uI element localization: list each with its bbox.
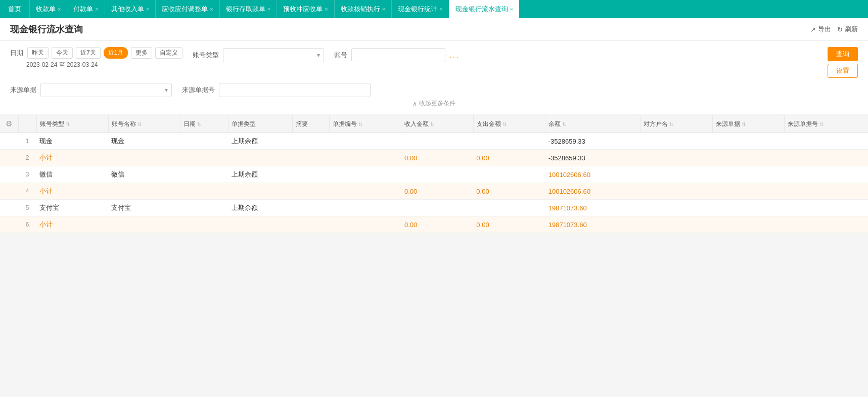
nav-home[interactable]: 首页 xyxy=(0,0,29,18)
top-nav: 首页 收款单 × 付款单 × 其他收入单 × 应收应付调整单 × 银行存取款单 … xyxy=(0,0,868,18)
table-row[interactable]: 1 现金 现金 上期余额 -3528659.33 xyxy=(0,133,868,150)
date-range: 2023-02-24 至 2023-03-24 xyxy=(26,61,98,68)
date-options: 昨天 今天 近7天 近1月 更多 自定义 xyxy=(27,47,182,59)
nav-tab-0[interactable]: 收款单 × xyxy=(29,0,67,18)
nav-tab-label-2: 其他收入单 xyxy=(111,0,144,18)
collapse-icon: ∧ xyxy=(413,100,417,107)
td-source-doc-no xyxy=(785,200,868,216)
td-account-name: 支付宝 xyxy=(108,200,180,216)
td-counterparty xyxy=(641,216,712,233)
nav-tab-2[interactable]: 其他收入单 × xyxy=(105,0,155,18)
td-balance: 100102606.60 xyxy=(545,183,641,200)
date-btn-yesterday[interactable]: 昨天 xyxy=(27,47,49,59)
td-index: 6 xyxy=(18,216,36,233)
td-source-doc-no xyxy=(785,150,868,166)
nav-tab-label-6: 收款核销执行 xyxy=(341,0,380,18)
table-row[interactable]: 6 小计 0.00 0.00 19871073.60 xyxy=(0,216,868,233)
th-doc-type: 单据类型 xyxy=(229,115,293,133)
nav-tab-4[interactable]: 银行存取款单 × xyxy=(219,0,277,18)
sort-icon-account-name: ⇅ xyxy=(138,121,142,127)
nav-tab-close-8[interactable]: × xyxy=(510,0,513,18)
th-source-doc-no[interactable]: 来源单据号 ⇅ xyxy=(785,115,868,133)
export-button[interactable]: ↗ 导出 xyxy=(810,25,831,34)
th-date-label: 日期 xyxy=(184,120,196,128)
td-balance: 100102606.60 xyxy=(545,166,641,183)
nav-tab-close-2[interactable]: × xyxy=(146,0,149,18)
nav-tab-7[interactable]: 现金银行统计 × xyxy=(391,0,448,18)
td-date xyxy=(180,200,229,216)
td-source-doc xyxy=(712,200,784,216)
account-dots-button[interactable]: ... xyxy=(449,51,459,60)
date-btn-more[interactable]: 更多 xyxy=(131,47,152,59)
th-expense[interactable]: 支出金额 ⇅ xyxy=(473,115,545,133)
source-doc-label: 来源单据 xyxy=(10,85,36,95)
td-doc-number xyxy=(330,133,401,150)
nav-tab-6[interactable]: 收款核销执行 × xyxy=(334,0,391,18)
table-row[interactable]: 5 支付宝 支付宝 上期余额 19871073.60 xyxy=(0,200,868,216)
nav-tab-close-0[interactable]: × xyxy=(58,0,61,18)
date-btn-7days[interactable]: 近7天 xyxy=(76,47,101,59)
td-gear xyxy=(0,200,18,216)
table-row[interactable]: 2 小计 0.00 0.00 -3528659.33 xyxy=(0,150,868,166)
th-source-doc-label: 来源单据 xyxy=(716,120,740,128)
table-row[interactable]: 3 微信 微信 上期余额 100102606.60 xyxy=(0,166,868,183)
sort-icon-date: ⇅ xyxy=(197,121,201,127)
td-gear xyxy=(0,216,18,233)
td-doc-type: 上期余额 xyxy=(229,200,293,216)
date-btn-custom[interactable]: 自定义 xyxy=(155,47,182,59)
td-summary xyxy=(292,133,329,150)
th-balance[interactable]: 余额 ⇅ xyxy=(545,115,641,133)
th-source-doc[interactable]: 来源单据 ⇅ xyxy=(712,115,784,133)
sort-icon-account-type: ⇅ xyxy=(66,121,70,127)
source-doc-number-label: 来源单据号 xyxy=(182,85,215,95)
header-actions: ↗ 导出 ↻ 刷新 xyxy=(810,25,858,34)
th-account-type[interactable]: 账号类型 ⇅ xyxy=(36,115,108,133)
nav-tab-close-1[interactable]: × xyxy=(95,0,98,18)
nav-tab-close-5[interactable]: × xyxy=(325,0,328,18)
date-btn-1month[interactable]: 近1月 xyxy=(104,47,128,59)
source-doc-number-input[interactable] xyxy=(219,83,371,97)
account-label: 账号 xyxy=(334,51,347,60)
td-balance: -3528659.33 xyxy=(545,150,641,166)
collapse-bar[interactable]: ∧ 收起更多条件 xyxy=(10,97,858,110)
account-type-select[interactable] xyxy=(223,48,324,62)
td-doc-type: 上期余额 xyxy=(229,166,293,183)
td-income: 0.00 xyxy=(401,216,473,233)
td-income xyxy=(401,200,473,216)
th-income[interactable]: 收入金额 ⇅ xyxy=(401,115,473,133)
refresh-label: 刷新 xyxy=(845,25,858,34)
source-doc-select[interactable] xyxy=(40,83,172,97)
td-account-type: 微信 xyxy=(36,166,108,183)
gear-icon[interactable]: ⚙ xyxy=(6,119,12,128)
th-account-type-label: 账号类型 xyxy=(40,120,64,128)
th-account-name[interactable]: 账号名称 ⇅ xyxy=(108,115,180,133)
nav-tab-close-4[interactable]: × xyxy=(267,0,270,18)
td-counterparty xyxy=(641,150,712,166)
page-header: 现金银行流水查询 ↗ 导出 ↻ 刷新 xyxy=(0,18,868,41)
settings-button[interactable]: 设置 xyxy=(828,64,858,78)
table-row[interactable]: 4 小计 0.00 0.00 100102606.60 xyxy=(0,183,868,200)
date-btn-today[interactable]: 今天 xyxy=(52,47,73,59)
th-date[interactable]: 日期 ⇅ xyxy=(180,115,229,133)
refresh-button[interactable]: ↻ 刷新 xyxy=(837,25,858,34)
td-balance: -3528659.33 xyxy=(545,133,641,150)
nav-tab-close-7[interactable]: × xyxy=(439,0,442,18)
account-input[interactable] xyxy=(351,48,445,62)
export-label: 导出 xyxy=(818,25,831,34)
nav-tab-close-3[interactable]: × xyxy=(210,0,213,18)
nav-tab-3[interactable]: 应收应付调整单 × xyxy=(155,0,219,18)
nav-tab-label-1: 付款单 xyxy=(73,0,93,18)
nav-tab-8[interactable]: 现金银行流水查询 × xyxy=(449,0,519,18)
th-income-label: 收入金额 xyxy=(404,120,429,128)
td-gear xyxy=(0,133,18,150)
nav-tab-close-6[interactable]: × xyxy=(382,0,385,18)
td-account-name xyxy=(108,150,180,166)
td-account-type: 小计 xyxy=(36,150,108,166)
th-counterparty[interactable]: 对方户名 ⇅ xyxy=(641,115,712,133)
th-doc-number[interactable]: 单据编号 ⇅ xyxy=(330,115,401,133)
nav-tab-label-4: 银行存取款单 xyxy=(226,0,265,18)
nav-tab-5[interactable]: 预收冲应收单 × xyxy=(277,0,334,18)
query-button[interactable]: 查询 xyxy=(828,47,858,61)
nav-tab-1[interactable]: 付款单 × xyxy=(67,0,104,18)
sort-icon-income: ⇅ xyxy=(430,121,434,127)
